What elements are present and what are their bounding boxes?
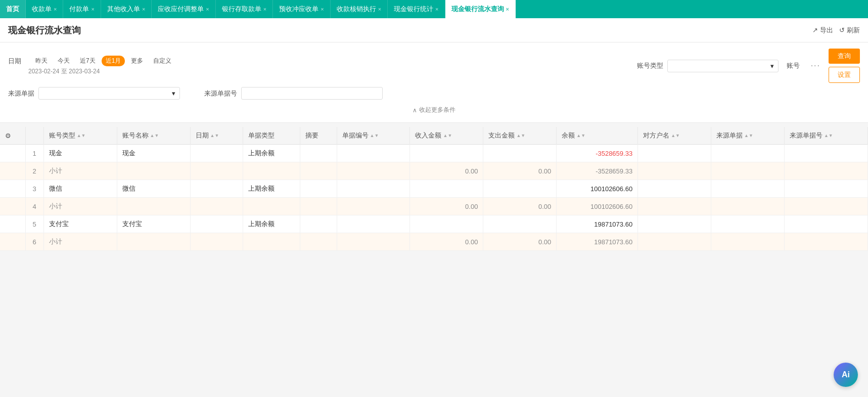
nav-bank-deposit-close[interactable]: × (263, 6, 266, 12)
nav-bank-deposit[interactable]: 银行存取款单 × (216, 0, 273, 18)
nav-bank-flow-label: 现金银行流水查询 (451, 5, 504, 14)
row-gear-0 (0, 145, 25, 162)
row-doc-no-2 (337, 180, 410, 198)
source-doc-no-input[interactable] (241, 87, 383, 100)
date-range: 2023-02-24 至 2023-03-24 (28, 68, 100, 75)
export-button[interactable]: ↗ 导出 (812, 26, 833, 35)
nav-advance-label: 预收冲应收单 (279, 5, 318, 14)
sort-doc-no: ▲▼ (370, 134, 379, 138)
col-expense[interactable]: 支出金额 ▲▼ (483, 127, 557, 145)
col-source-doc[interactable]: 来源单据 ▲▼ (711, 127, 785, 145)
table-body: 1 现金 现金 上期余额 -3528659.33 2 小计 0.00 0.00 … (0, 145, 868, 251)
top-nav: 首页 收款单 × 付款单 × 其他收入单 × 应收应付调整单 × 银行存取款单 … (0, 0, 868, 18)
col-account-type[interactable]: 账号类型 ▲▼ (43, 127, 117, 145)
col-doc-no[interactable]: 单据编号 ▲▼ (337, 127, 410, 145)
row-summary-1 (300, 162, 337, 180)
filter-row-2: 来源单据 ▾ 来源单据号 (8, 87, 860, 100)
row-summary-2 (300, 180, 337, 198)
filter-area: 日期 昨天 今天 近7天 近1月 更多 自定义 2023-02-24 至 202… (0, 42, 868, 123)
row-source-doc-no-3 (784, 198, 867, 215)
nav-advance-close[interactable]: × (321, 6, 324, 12)
nav-payment-close[interactable]: × (91, 6, 94, 12)
nav-bank-flow[interactable]: 现金银行流水查询 × (445, 0, 516, 18)
nav-bank-stat-label: 现金银行统计 (394, 5, 433, 14)
date-yesterday[interactable]: 昨天 (31, 56, 52, 66)
col-account-name[interactable]: 账号名称 ▲▼ (117, 127, 190, 145)
source-doc-section: 来源单据 ▾ (8, 87, 180, 100)
row-gear-2 (0, 180, 25, 198)
row-doc-type-2: 上期余额 (243, 180, 300, 198)
col-source-doc-no[interactable]: 来源单据号 ▲▼ (784, 127, 867, 145)
row-expense-3: 0.00 (483, 198, 557, 215)
refresh-icon: ↺ (839, 26, 845, 34)
nav-adjustment[interactable]: 应收应付调整单 × (152, 0, 215, 18)
nav-writeoff-close[interactable]: × (378, 6, 381, 12)
row-gear-4 (0, 215, 25, 233)
nav-home[interactable]: 首页 (0, 0, 26, 18)
collapse-icon: ∧ (413, 107, 417, 114)
nav-advance[interactable]: 预收冲应收单 × (273, 0, 330, 18)
row-source-doc-5 (711, 233, 785, 251)
row-doc-no-0 (337, 145, 410, 162)
export-label: 导出 (820, 26, 833, 35)
row-source-doc-no-1 (784, 162, 867, 180)
row-balance-3: 100102606.60 (557, 198, 638, 215)
nav-writeoff[interactable]: 收款核销执行 × (331, 0, 388, 18)
row-income-3: 0.00 (410, 198, 483, 215)
date-today[interactable]: 今天 (54, 56, 74, 66)
nav-receipt-label: 收款单 (32, 5, 52, 14)
row-account-type-0: 现金 (43, 145, 117, 162)
row-num-3: 4 (25, 198, 43, 215)
row-expense-1: 0.00 (483, 162, 557, 180)
col-balance[interactable]: 余额 ▲▼ (557, 127, 638, 145)
row-balance-5: 19871073.60 (557, 233, 638, 251)
col-counterparty[interactable]: 对方户名 ▲▼ (638, 127, 711, 145)
settings-button[interactable]: 设置 (829, 67, 860, 83)
source-doc-select[interactable]: ▾ (38, 87, 180, 100)
nav-bank-stat-close[interactable]: × (435, 6, 438, 12)
account-no-label: 账号 (787, 61, 807, 70)
account-type-section: 账号类型 ▾ (637, 60, 779, 72)
page-header: 现金银行流水查询 ↗ 导出 ↺ 刷新 (0, 18, 868, 42)
collapse-bar: ∧ 收起更多条件 (8, 104, 860, 116)
row-date-3 (190, 198, 243, 215)
col-date[interactable]: 日期 ▲▼ (190, 127, 243, 145)
row-counterparty-3 (638, 198, 711, 215)
nav-payment[interactable]: 付款单 × (63, 0, 101, 18)
account-type-dropdown-icon: ▾ (770, 62, 774, 70)
filter-buttons: 查询 设置 (829, 49, 860, 83)
nav-bank-flow-close[interactable]: × (506, 6, 509, 12)
row-gear-5 (0, 233, 25, 251)
nav-writeoff-label: 收款核销执行 (337, 5, 376, 14)
row-gear-3 (0, 198, 25, 215)
date-more[interactable]: 更多 (127, 56, 147, 66)
collapse-button[interactable]: ∧ 收起更多条件 (413, 106, 455, 114)
nav-other-income-label: 其他收入单 (107, 5, 140, 14)
col-income[interactable]: 收入金额 ▲▼ (410, 127, 483, 145)
nav-receipt-close[interactable]: × (54, 6, 57, 12)
query-button[interactable]: 查询 (829, 49, 860, 64)
nav-other-income[interactable]: 其他收入单 × (101, 0, 152, 18)
date-7days[interactable]: 近7天 (76, 56, 100, 66)
nav-adjustment-close[interactable]: × (206, 6, 209, 12)
date-custom[interactable]: 自定义 (149, 56, 175, 66)
table-row: 6 小计 0.00 0.00 19871073.60 (0, 233, 868, 251)
row-account-name-2: 微信 (117, 180, 190, 198)
filter-row-1: 日期 昨天 今天 近7天 近1月 更多 自定义 2023-02-24 至 202… (8, 49, 860, 83)
row-num-4: 5 (25, 215, 43, 233)
nav-receipt[interactable]: 收款单 × (26, 0, 63, 18)
date-1month[interactable]: 近1月 (102, 56, 125, 66)
nav-bank-stat[interactable]: 现金银行统计 × (388, 0, 445, 18)
table-header: ⚙ 账号类型 ▲▼ 账号名称 ▲▼ 日期 (0, 127, 868, 145)
row-counterparty-2 (638, 180, 711, 198)
sort-balance: ▲▼ (576, 134, 585, 138)
row-balance-0: -3528659.33 (557, 145, 638, 162)
col-gear[interactable]: ⚙ (0, 127, 25, 145)
sort-source-doc-no: ▲▼ (824, 134, 833, 138)
account-type-select[interactable]: ▾ (667, 60, 779, 72)
account-no-ellipsis[interactable]: ··· (811, 61, 820, 70)
row-doc-no-1 (337, 162, 410, 180)
col-doc-type: 单据类型 (243, 127, 300, 145)
refresh-button[interactable]: ↺ 刷新 (839, 26, 860, 35)
nav-other-income-close[interactable]: × (142, 6, 145, 12)
